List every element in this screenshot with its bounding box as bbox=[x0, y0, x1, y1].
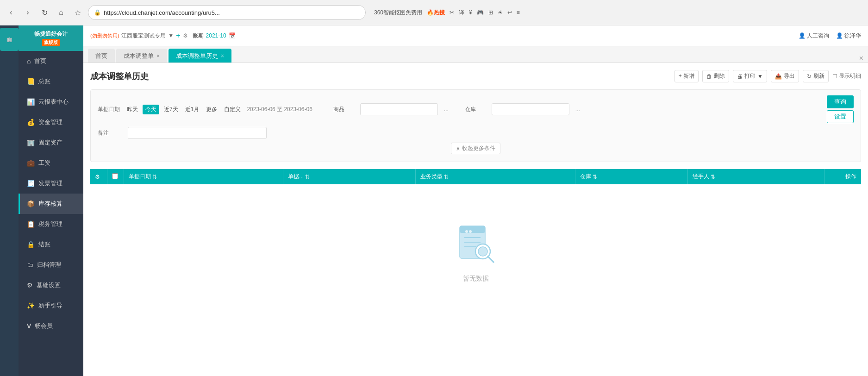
consult-action[interactable]: 👤 人工咨询 bbox=[799, 32, 829, 40]
sidebar-item-inventory[interactable]: 📦 库存核算 bbox=[19, 194, 83, 214]
sidebar-item-reports[interactable]: 📊 云报表中心 bbox=[19, 92, 83, 112]
sidebar-item-closing[interactable]: 🔒 结账 bbox=[19, 234, 83, 255]
goods-more-icon[interactable]: ... bbox=[444, 106, 449, 113]
tool-translate[interactable]: 译 bbox=[459, 9, 464, 17]
th-handler-label: 经手人 bbox=[693, 173, 709, 181]
sidebar-item-payroll[interactable]: 💼 工资 bbox=[19, 153, 83, 173]
svg-point-6 bbox=[478, 247, 487, 256]
icon-sidebar: 🏢 bbox=[0, 25, 19, 376]
th-handler[interactable]: 经手人 ⇅ bbox=[688, 169, 824, 184]
logo-sub-text: 旗舰版 bbox=[42, 39, 60, 46]
th-checkbox[interactable] bbox=[107, 169, 124, 184]
th-type-label: 业务类型 bbox=[420, 173, 443, 181]
tool-hot[interactable]: 🔥热搜 bbox=[427, 9, 445, 17]
tool-undo[interactable]: ↩ bbox=[507, 9, 512, 16]
warehouse-filter-input[interactable] bbox=[492, 103, 569, 115]
period-selector[interactable]: 账期 2021-10 📅 bbox=[193, 32, 236, 40]
forward-button[interactable]: › bbox=[21, 6, 34, 19]
th-warehouse-label: 仓库 bbox=[580, 173, 591, 181]
refresh-btn[interactable]: ↻ 刷新 bbox=[803, 70, 829, 82]
new-btn[interactable]: + 新增 bbox=[674, 70, 699, 82]
th-type-sort[interactable]: 业务类型 ⇅ bbox=[420, 173, 570, 181]
th-number-label: 单据... bbox=[288, 173, 304, 181]
th-number[interactable]: 单据... ⇅ bbox=[283, 169, 416, 184]
date-7days[interactable]: 近7天 bbox=[162, 105, 181, 114]
print-dropdown-icon: ▼ bbox=[757, 73, 763, 80]
url-text: https://cloud.chanjet.com/accounting/uru… bbox=[104, 9, 220, 16]
gear-settings-icon[interactable]: ⚙ bbox=[95, 174, 100, 180]
date-custom[interactable]: 自定义 bbox=[222, 105, 243, 114]
workspace-selector[interactable]: (勿删勿禁用) 江西服宝测试专用 ▼ + ⚙ bbox=[90, 31, 188, 40]
goods-filter-input[interactable] bbox=[360, 103, 438, 115]
collapse-btn[interactable]: ∧ 收起更多条件 bbox=[451, 143, 500, 154]
workspace-name: 江西服宝测试专用 bbox=[121, 32, 166, 40]
user-action[interactable]: 👤 徐泽华 bbox=[836, 32, 861, 40]
tab-cost-history-close[interactable]: × bbox=[221, 53, 224, 59]
date-yesterday[interactable]: 昨天 bbox=[125, 105, 140, 114]
date-more[interactable]: 更多 bbox=[204, 105, 219, 114]
tool-scissors[interactable]: ✂ bbox=[450, 9, 454, 16]
th-date[interactable]: 单据日期 ⇅ bbox=[124, 169, 283, 184]
sidebar-item-archive[interactable]: 🗂 归档管理 bbox=[19, 255, 83, 275]
th-number-sort[interactable]: 单据... ⇅ bbox=[288, 173, 411, 181]
settings-btn[interactable]: 设置 bbox=[827, 110, 854, 123]
tool-brightness[interactable]: ☀ bbox=[498, 9, 503, 16]
th-warehouse-sort[interactable]: 仓库 ⇅ bbox=[580, 173, 683, 181]
logo-icon: 🏢 bbox=[6, 37, 12, 42]
empty-state-illustration bbox=[453, 221, 499, 268]
sidebar-item-invoice[interactable]: 🧾 发票管理 bbox=[19, 173, 83, 194]
th-warehouse[interactable]: 仓库 ⇅ bbox=[575, 169, 688, 184]
svg-rect-1 bbox=[460, 226, 485, 233]
refresh-button[interactable]: ↻ bbox=[38, 6, 51, 19]
date-today[interactable]: 今天 bbox=[143, 105, 159, 114]
empty-text: 暂无数据 bbox=[463, 275, 489, 283]
tab-cost-adjust-close[interactable]: × bbox=[156, 53, 160, 59]
th-type[interactable]: 业务类型 ⇅ bbox=[415, 169, 575, 184]
th-handler-sort[interactable]: 经手人 ⇅ bbox=[693, 173, 819, 181]
tool-wallet[interactable]: ¥ bbox=[469, 9, 472, 16]
tool-menu[interactable]: ≡ bbox=[517, 9, 520, 16]
th-gear[interactable]: ⚙ bbox=[90, 169, 107, 184]
query-btn[interactable]: 查询 bbox=[827, 95, 854, 108]
home-button[interactable]: ⌂ bbox=[55, 6, 68, 19]
star-button[interactable]: ☆ bbox=[71, 6, 84, 19]
export-btn[interactable]: 📤 导出 bbox=[771, 70, 799, 82]
icon-sidebar-logo[interactable]: 🏢 bbox=[0, 28, 19, 51]
date-1month[interactable]: 近1月 bbox=[183, 105, 202, 114]
remark-filter-input[interactable] bbox=[128, 127, 267, 139]
th-number-sort-icon: ⇅ bbox=[305, 174, 310, 180]
sidebar-item-assets[interactable]: 🏢 固定资产 bbox=[19, 132, 83, 153]
sidebar-item-home[interactable]: ⌂ 首页 bbox=[19, 51, 83, 71]
th-date-sort[interactable]: 单据日期 ⇅ bbox=[129, 173, 279, 181]
th-type-sort-icon: ⇅ bbox=[444, 174, 449, 180]
tool-grid[interactable]: ⊞ bbox=[488, 9, 493, 16]
main-sidebar: 畅捷通好会计 旗舰版 ⌂ 首页 📒 总账 📊 云报表中心 💰 资金管理 🏢 固定… bbox=[19, 25, 83, 376]
sidebar-item-guide[interactable]: ✨ 新手引导 bbox=[19, 295, 83, 316]
close-window-btn[interactable]: × bbox=[859, 54, 863, 63]
print-icon: 🖨 bbox=[737, 73, 743, 80]
tool-game[interactable]: 🎮 bbox=[477, 9, 484, 16]
filter-section: 单据日期 昨天 今天 近7天 近1月 更多 自定义 2023-06-06 至 2… bbox=[90, 89, 861, 162]
warehouse-more-icon[interactable]: ... bbox=[575, 106, 580, 113]
delete-btn[interactable]: 🗑 删除 bbox=[702, 70, 729, 82]
filter-divider-row: ∧ 收起更多条件 bbox=[98, 143, 854, 154]
back-button[interactable]: ‹ bbox=[5, 6, 18, 19]
tab-cost-history[interactable]: 成本调整单历史 × bbox=[169, 49, 231, 63]
sidebar-item-member[interactable]: V 畅会员 bbox=[19, 316, 83, 336]
select-all-checkbox[interactable] bbox=[112, 173, 118, 179]
tab-cost-adjust[interactable]: 成本调整单 × bbox=[116, 49, 167, 63]
print-btn[interactable]: 🖨 打印 ▼ bbox=[733, 70, 767, 82]
tool-360[interactable]: 360智能抠图免费用 bbox=[374, 9, 422, 17]
address-bar[interactable]: 🔒 https://cloud.chanjet.com/accounting/u… bbox=[88, 5, 366, 20]
sidebar-label-closing: 结账 bbox=[38, 240, 50, 249]
ledger-icon: 📒 bbox=[27, 78, 35, 85]
show-detail-toggle[interactable]: ☐ 显示明细 bbox=[832, 72, 861, 80]
sidebar-item-settings[interactable]: ⚙ 基础设置 bbox=[19, 275, 83, 295]
workspace-gear-icon[interactable]: ⚙ bbox=[183, 32, 188, 39]
sidebar-item-funds[interactable]: 💰 资金管理 bbox=[19, 112, 83, 132]
tab-home[interactable]: 首页 bbox=[88, 49, 115, 63]
sidebar-item-ledger[interactable]: 📒 总账 bbox=[19, 71, 83, 92]
workspace-add-icon[interactable]: + bbox=[176, 31, 180, 40]
calendar-icon[interactable]: 📅 bbox=[229, 32, 236, 39]
sidebar-item-tax[interactable]: 📋 税务管理 bbox=[19, 214, 83, 234]
